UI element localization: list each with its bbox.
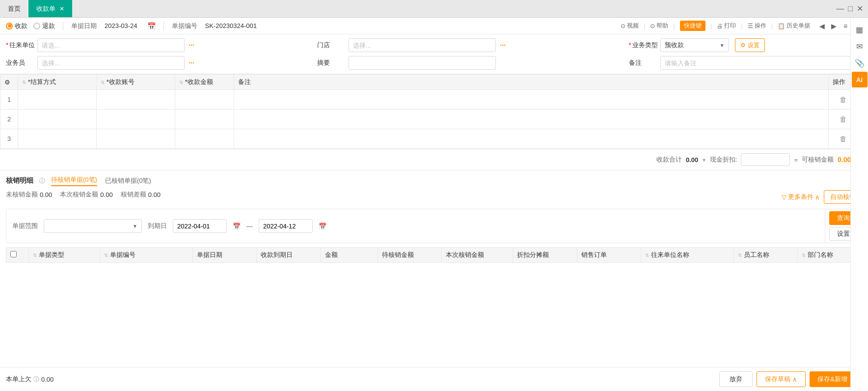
partner-field: *往来单位 ···	[6, 38, 298, 52]
sidebar-mail-icon[interactable]: ✉	[852, 38, 868, 54]
col-discount: 折扣分摊额	[513, 248, 577, 263]
print-label: 打印	[724, 22, 736, 30]
row-2-account[interactable]	[97, 110, 175, 129]
row-2-notes-input[interactable]	[234, 110, 828, 129]
date-calendar-icon[interactable]: 📅	[147, 22, 156, 30]
staff-more-btn[interactable]: ···	[189, 59, 194, 67]
row-1-notes[interactable]	[234, 90, 829, 110]
notes-input[interactable]	[660, 56, 862, 70]
row-3-amount[interactable]	[175, 129, 234, 149]
row-2-notes[interactable]	[234, 110, 829, 129]
discount-label: 现金折扣:	[710, 155, 737, 164]
row-3-amount-input[interactable]	[175, 129, 234, 148]
row-3-settlement-input[interactable]	[18, 129, 96, 148]
sort-icon: ⇅	[22, 80, 26, 85]
store-more-btn[interactable]: ···	[500, 41, 506, 49]
stat-current: 本次核销金额 0.00	[60, 190, 112, 199]
bottom-info: 本单上欠 ⓘ 0.00	[6, 375, 54, 384]
table-row: 3 🗑 ⊕	[0, 129, 868, 149]
row-1-amount-input[interactable]	[175, 90, 234, 109]
pending-tab[interactable]: 待核销单据(0笔)	[51, 175, 97, 186]
maximize-icon[interactable]: □	[848, 4, 853, 13]
row-1-settlement-input[interactable]	[18, 90, 96, 109]
row-3-settlement[interactable]	[18, 129, 97, 149]
close-icon[interactable]: ✕	[857, 4, 863, 13]
radio-refund[interactable]: 退款	[33, 22, 55, 30]
summary-input[interactable]	[349, 56, 496, 70]
settings-icon: ⚙	[740, 42, 746, 49]
bottom-info-icon[interactable]: ⓘ	[33, 375, 39, 384]
store-input[interactable]	[349, 38, 496, 52]
calendar-end-icon[interactable]: 📅	[319, 223, 326, 230]
operations-label: 操作	[755, 22, 766, 30]
discount-input[interactable]	[741, 153, 790, 166]
col-gear[interactable]: ⚙	[0, 75, 18, 90]
row-1-delete-btn[interactable]: 🗑	[839, 94, 848, 105]
minimize-icon[interactable]: —	[836, 4, 844, 13]
calendar-start-icon[interactable]: 📅	[233, 223, 241, 230]
chevron-down-icon: ▼	[720, 43, 725, 48]
layout-next-icon[interactable]: ▶	[829, 21, 839, 31]
doc-no-value: SK-20230324-001	[205, 22, 257, 29]
layout-prev-icon[interactable]: ◀	[817, 21, 827, 31]
sidebar-clip-icon[interactable]: 📎	[852, 55, 868, 71]
row-2-account-input[interactable]	[97, 110, 175, 129]
date-separator: —	[246, 223, 253, 230]
save-new-label: 保存&新增	[817, 375, 847, 384]
form-section: *往来单位 ··· 门店 ··· *业务类型 预收款 ▼ ⚙	[0, 34, 868, 74]
sidebar-table-icon[interactable]: ▦	[852, 22, 868, 37]
row-3-account[interactable]	[97, 129, 175, 149]
row-1-account[interactable]	[97, 90, 175, 110]
table-row: 1 🗑 ⊕	[0, 90, 868, 110]
operations-btn[interactable]: ☰ 操作	[748, 22, 766, 30]
row-3-notes-input[interactable]	[234, 129, 828, 148]
col-amount: ⇅ *收款金额	[175, 75, 234, 90]
save-draft-btn[interactable]: 保存草稿 ∧	[757, 371, 806, 387]
tab-home[interactable]: 首页	[0, 0, 28, 17]
more-conditions-btn[interactable]: ▽ 更多条件 ∧	[782, 193, 820, 201]
help-btn[interactable]: ⊙ 帮助	[650, 22, 668, 30]
row-1-settlement[interactable]	[18, 90, 97, 110]
staff-field: 业务员 ···	[6, 56, 298, 70]
date-end-input[interactable]	[259, 219, 313, 233]
abandon-btn[interactable]: 放弃	[719, 371, 753, 387]
history-btn[interactable]: 📋 历史单据	[778, 22, 810, 30]
row-2-settlement[interactable]	[18, 110, 97, 129]
col-account: ⇅ *收款账号	[97, 75, 175, 90]
layout-list-icon[interactable]: ≡	[841, 21, 850, 31]
stat-unclosed-label: 未核销金额	[6, 190, 38, 199]
partner-input[interactable]	[37, 38, 185, 52]
date-value: 2023-03-24	[105, 22, 137, 29]
video-btn[interactable]: ⊙ 视频	[621, 22, 639, 30]
row-2-delete-btn[interactable]: 🗑	[839, 114, 848, 125]
tab-close-icon[interactable]: ✕	[59, 5, 64, 12]
sidebar-ai-icon[interactable]: Ai	[852, 72, 868, 87]
row-2-amount-input[interactable]	[175, 110, 234, 129]
row-3-account-input[interactable]	[97, 129, 175, 148]
staff-input[interactable]	[37, 56, 185, 70]
toolbar-right: ⊙ 视频 | ⊙ 帮助 | 快捷键 | 🖨 打印 | ☰ 操作 | 📋 历史单据…	[621, 21, 862, 31]
business-type-select[interactable]: 预收款 ▼	[660, 38, 729, 52]
row-1-notes-input[interactable]	[234, 90, 828, 109]
tab-receipt[interactable]: 收款单 ✕	[28, 0, 72, 17]
reconcile-info-icon[interactable]: ⓘ	[39, 177, 45, 185]
date-start-input[interactable]	[173, 219, 227, 233]
partner-more-btn[interactable]: ···	[189, 41, 194, 49]
select-all-checkbox[interactable]	[10, 251, 17, 257]
row-2-amount[interactable]	[175, 110, 234, 129]
row-3-notes[interactable]	[234, 129, 829, 149]
row-1-account-input[interactable]	[97, 90, 175, 109]
stat-diff-value: 0.00	[148, 191, 161, 198]
range-select[interactable]: ▼	[44, 219, 142, 233]
form-settings-btn[interactable]: ⚙ 设置	[735, 38, 765, 52]
radio-receipt[interactable]: 收款	[6, 22, 27, 30]
print-btn[interactable]: 🖨 打印	[717, 22, 736, 30]
tab-home-label: 首页	[8, 4, 21, 13]
row-2-settlement-input[interactable]	[18, 110, 96, 129]
sort-dn: ⇅	[104, 252, 108, 258]
row-1-amount[interactable]	[175, 90, 234, 110]
row-3-delete-btn[interactable]: 🗑	[839, 134, 848, 144]
done-tab[interactable]: 已核销单据(0笔)	[105, 176, 151, 185]
shortcut-btn[interactable]: 快捷键	[680, 21, 705, 31]
reconcile-stats: 未核销金额 0.00 本次核销金额 0.00 核销差额 0.00	[6, 190, 161, 199]
